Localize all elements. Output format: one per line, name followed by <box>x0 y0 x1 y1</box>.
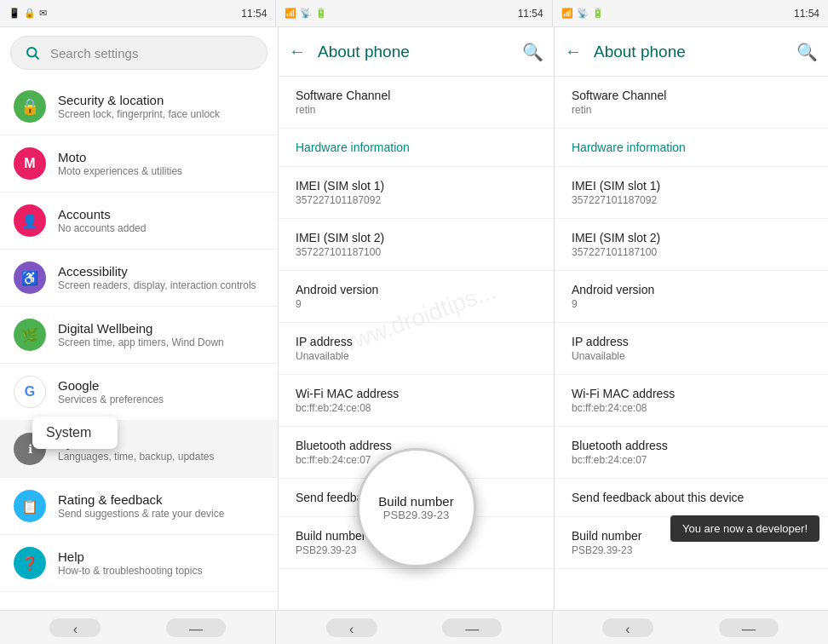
software-channel-title: Software Channel <box>296 89 537 102</box>
sidebar-item-system[interactable]: ℹ System Languages, time, backup, update… <box>0 421 278 478</box>
back-button-right[interactable]: ‹ <box>602 618 653 637</box>
about-item-wifi-middle[interactable]: Wi-Fi MAC address bc:ff:eb:24:ce:08 <box>279 375 554 427</box>
about-item-imei1-right[interactable]: IMEI (SIM slot 1) 357227101187092 <box>555 167 828 219</box>
moto-icon: M <box>14 147 46 180</box>
sidebar-item-help[interactable]: ❓ Help How-to & troubleshooting topics <box>0 535 278 592</box>
accounts-title: Accounts <box>58 207 264 221</box>
moto-title: Moto <box>58 150 264 164</box>
status-panel-mid: 📶 📡 🔋 11:54 <box>276 0 552 26</box>
sidebar-item-accessibility[interactable]: ♿ Accessibility Screen readers, display,… <box>0 250 278 307</box>
android-sub-right: 9 <box>572 298 811 310</box>
rating-text: Rating & feedback Send suggestions & rat… <box>58 492 264 520</box>
sidebar-item-google[interactable]: G Google Services & preferences <box>0 364 278 421</box>
ip-sub-right: Unavailable <box>572 350 811 362</box>
about-item-wifi-right[interactable]: Wi-Fi MAC address bc:ff:eb:24:ce:08 <box>555 375 828 427</box>
moto-text: Moto Moto experiences & utilities <box>58 150 264 177</box>
digital-subtitle: Screen time, app timers, Wind Down <box>58 336 264 348</box>
accessibility-text: Accessibility Screen readers, display, i… <box>58 264 264 291</box>
about-item-imei1-middle[interactable]: IMEI (SIM slot 1) 357227101187092 <box>279 167 554 219</box>
about-item-feedback-right[interactable]: Send feedback about this device <box>555 479 828 517</box>
sidebar-item-moto[interactable]: M Moto Moto experiences & utilities <box>0 135 278 193</box>
android-title-mid: Android version <box>296 283 537 296</box>
digital-icon: 🌿 <box>14 319 46 351</box>
build-circle-subtitle: PSB29.39-23 <box>383 509 449 521</box>
wifi-icon-mid: 📶 <box>285 8 296 19</box>
sim-icon-right: 📡 <box>577 8 589 19</box>
search-bar[interactable]: Search settings <box>10 36 267 70</box>
software-channel-title-right: Software Channel <box>572 89 811 102</box>
about-item-software-right[interactable]: Software Channel retin <box>555 77 828 129</box>
bottom-nav: ‹ — ‹ — ‹ — <box>0 610 828 644</box>
bt-sub-right: bc:ff:eb:24:ce:07 <box>572 454 811 466</box>
imei2-sub-mid: 357227101187100 <box>296 246 537 258</box>
about-item-ip-middle[interactable]: IP address Unavailable <box>279 323 554 375</box>
ip-title-mid: IP address <box>296 335 537 348</box>
rating-subtitle: Send suggestions & rate your device <box>58 508 264 520</box>
bottom-nav-left: ‹ — <box>0 611 276 644</box>
back-button-left[interactable]: ‹ <box>49 618 101 637</box>
hardware-header-middle: Hardware information <box>279 129 554 167</box>
home-button-mid[interactable]: — <box>442 618 502 637</box>
bottom-nav-right: ‹ — <box>553 611 828 644</box>
android-title-right: Android version <box>572 283 811 296</box>
phone-icon: 📱 <box>9 8 20 19</box>
search-icon-right[interactable]: 🔍 <box>796 42 818 62</box>
imei2-title-mid: IMEI (SIM slot 2) <box>296 231 537 244</box>
google-subtitle: Services & preferences <box>58 394 264 405</box>
sidebar-item-security[interactable]: 🔒 Security & location Screen lock, finge… <box>0 78 278 135</box>
security-icon: 🔒 <box>14 90 46 123</box>
sidebar-item-rating[interactable]: 📋 Rating & feedback Send suggestions & r… <box>0 478 278 535</box>
right-panel-title: About phone <box>594 43 785 61</box>
hardware-header-right: Hardware information <box>555 129 828 167</box>
google-text: Google Services & preferences <box>58 378 264 405</box>
digital-text: Digital Wellbeing Screen time, app timer… <box>58 321 264 348</box>
feedback-title-right: Send feedback about this device <box>572 491 811 504</box>
back-arrow-icon-right[interactable]: ← <box>565 42 582 61</box>
help-icon: ❓ <box>14 547 46 579</box>
about-item-bt-right[interactable]: Bluetooth address bc:ff:eb:24:ce:07 <box>555 427 828 479</box>
status-icons-mid: 📶 📡 🔋 <box>285 8 327 19</box>
about-item-android-middle[interactable]: Android version 9 <box>279 271 554 323</box>
search-icon-middle[interactable]: 🔍 <box>522 42 543 62</box>
battery-icon-right: 🔋 <box>592 8 604 19</box>
google-title: Google <box>58 378 264 393</box>
svg-point-0 <box>27 48 37 57</box>
accessibility-subtitle: Screen readers, display, interaction con… <box>58 279 264 291</box>
about-item-imei2-middle[interactable]: IMEI (SIM slot 2) 357227101187100 <box>279 219 554 271</box>
settings-list: 🔒 Security & location Screen lock, finge… <box>0 78 278 610</box>
back-button-mid[interactable]: ‹ <box>326 618 377 637</box>
svg-line-1 <box>35 55 38 59</box>
sidebar-item-digital[interactable]: 🌿 Digital Wellbeing Screen time, app tim… <box>0 307 278 364</box>
accounts-subtitle: No accounts added <box>58 222 264 234</box>
imei1-sub-mid: 357227101187092 <box>296 194 537 206</box>
home-button-left[interactable]: — <box>166 618 226 637</box>
build-sub-right: PSB29.39-23 <box>572 544 811 556</box>
accounts-text: Accounts No accounts added <box>58 207 264 234</box>
middle-panel-header: ← About phone 🔍 <box>279 27 554 77</box>
wifi-icon-right: 📶 <box>561 8 573 19</box>
build-circle[interactable]: Build number PSB29.39-23 <box>357 448 476 567</box>
status-bar: 📱 🔒 ✉ 11:54 📶 📡 🔋 11:54 📶 📡 🔋 11:54 <box>0 0 828 27</box>
about-panel-middle: ← About phone 🔍 Software Channel retin H… <box>279 27 555 610</box>
imei1-sub-right: 357227101187092 <box>572 194 811 206</box>
back-arrow-icon-middle[interactable]: ← <box>289 42 306 61</box>
search-icon <box>25 45 40 60</box>
system-tooltip: System <box>32 417 118 449</box>
help-subtitle: How-to & troubleshooting topics <box>58 565 264 577</box>
wifi-title-right: Wi-Fi MAC address <box>572 387 811 400</box>
rating-title: Rating & feedback <box>58 492 264 507</box>
sidebar-item-accounts[interactable]: 👤 Accounts No accounts added <box>0 193 278 250</box>
settings-panel: Search settings 🔒 Security & location Sc… <box>0 27 279 610</box>
about-item-android-right[interactable]: Android version 9 <box>555 271 828 323</box>
message-icon: ✉ <box>39 8 47 19</box>
about-item-software-channel[interactable]: Software Channel retin <box>279 77 554 129</box>
ip-sub-mid: Unavailable <box>296 350 537 362</box>
status-time-right: 11:54 <box>794 8 819 20</box>
about-item-imei2-right[interactable]: IMEI (SIM slot 2) 357227101187100 <box>555 219 828 271</box>
sim-icon-mid: 📡 <box>300 8 312 19</box>
about-item-ip-right[interactable]: IP address Unavailable <box>555 323 828 375</box>
build-circle-container: Build number PSB29.39-23 <box>357 448 476 567</box>
imei1-title-right: IMEI (SIM slot 1) <box>572 179 811 193</box>
battery-icon-mid: 🔋 <box>315 8 327 19</box>
home-button-right[interactable]: — <box>719 618 779 637</box>
